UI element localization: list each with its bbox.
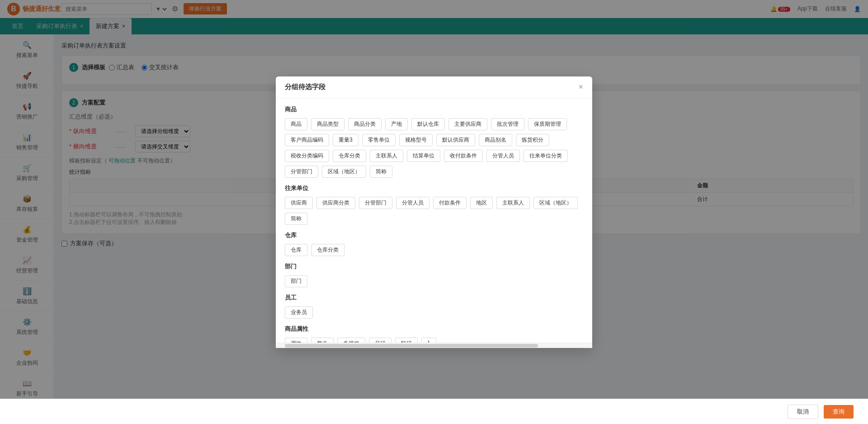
modal-footer: 取消 查询	[0, 399, 868, 424]
field-chip-0-13[interactable]: 商品别名	[479, 134, 512, 146]
field-chip-1-4[interactable]: 付款条件	[433, 197, 467, 209]
field-chip-0-20[interactable]: 分管人员	[486, 150, 520, 162]
field-chip-3-0[interactable]: 部门	[285, 275, 307, 287]
field-chip-5-1[interactable]: 颜色	[311, 338, 334, 343]
field-chip-2-0[interactable]: 仓库	[285, 244, 307, 256]
field-chips-2: 仓库仓库分类	[285, 244, 583, 256]
field-chip-1-7[interactable]: 区域（地区）	[533, 197, 578, 209]
field-section-0: 商品	[285, 105, 583, 114]
field-chip-0-9[interactable]: 重量3	[333, 134, 359, 146]
field-chips-0: 商品商品类型商品分类产地默认仓库主要供应商批次管理保质期管理客户商品编码重量3零…	[285, 118, 583, 178]
field-chips-4: 业务员	[285, 306, 583, 319]
confirm-button[interactable]: 查询	[824, 405, 854, 419]
field-chip-0-6[interactable]: 批次管理	[491, 118, 524, 130]
field-chip-0-2[interactable]: 商品分类	[348, 118, 382, 130]
field-chip-0-5[interactable]: 主要供应商	[448, 118, 487, 130]
field-chip-0-15[interactable]: 税收分类编码	[285, 150, 329, 162]
field-chip-0-7[interactable]: 保质期管理	[528, 118, 567, 130]
field-chip-4-0[interactable]: 业务员	[285, 306, 313, 319]
field-chip-1-8[interactable]: 简称	[285, 213, 307, 225]
horizontal-scrollbar	[276, 343, 592, 348]
field-section-5: 商品属性	[285, 325, 583, 333]
modal-title: 分组待选字段	[285, 83, 326, 91]
field-chip-0-19[interactable]: 收付款条件	[444, 150, 483, 162]
field-chip-5-0[interactable]: 属性	[285, 338, 307, 343]
field-chip-0-10[interactable]: 零售单位	[362, 134, 396, 146]
field-chip-0-11[interactable]: 规格型号	[399, 134, 433, 146]
field-chip-0-8[interactable]: 客户商品编码	[285, 134, 329, 146]
field-section-2: 仓库	[285, 231, 583, 239]
field-chip-1-0[interactable]: 供应商	[285, 197, 313, 209]
field-chip-0-17[interactable]: 主联系人	[370, 150, 403, 162]
field-chip-0-14[interactable]: 炼货积分	[516, 134, 549, 146]
field-chip-1-5[interactable]: 地区	[470, 197, 493, 209]
field-chip-0-0[interactable]: 商品	[285, 118, 307, 130]
field-chip-1-2[interactable]: 分管部门	[359, 197, 392, 209]
field-chip-0-1[interactable]: 商品类型	[311, 118, 344, 130]
field-chip-5-2[interactable]: 多规格	[337, 338, 365, 343]
field-chip-0-18[interactable]: 结算单位	[407, 150, 440, 162]
field-chip-0-16[interactable]: 仓库分类	[333, 150, 366, 162]
field-chip-0-24[interactable]: 简称	[370, 166, 392, 178]
field-chips-3: 部门	[285, 275, 583, 287]
field-chip-2-1[interactable]: 仓库分类	[311, 244, 344, 256]
horizontal-scroll-thumb	[285, 344, 538, 348]
field-select-modal: 分组待选字段 × 商品商品商品类型商品分类产地默认仓库主要供应商批次管理保质期管…	[276, 76, 592, 348]
field-chip-5-3[interactable]: 尺码	[369, 338, 392, 343]
field-chip-0-4[interactable]: 默认仓库	[411, 118, 445, 130]
modal-overlay: 分组待选字段 × 商品商品商品类型商品分类产地默认仓库主要供应商批次管理保质期管…	[0, 0, 868, 424]
modal-body: 商品商品商品类型商品分类产地默认仓库主要供应商批次管理保质期管理客户商品编码重量…	[276, 98, 592, 343]
field-chip-1-3[interactable]: 分管人员	[396, 197, 429, 209]
field-chip-5-4[interactable]: 鞋码	[395, 338, 418, 343]
field-chip-1-6[interactable]: 主联系人	[496, 197, 530, 209]
field-section-1: 往来单位	[285, 184, 583, 192]
field-chip-0-12[interactable]: 默认供应商	[436, 134, 475, 146]
cancel-button[interactable]: 取消	[788, 405, 818, 419]
field-chip-0-23[interactable]: 区域（地区）	[322, 166, 366, 178]
field-chip-0-21[interactable]: 往来单位分类	[524, 150, 568, 162]
field-chip-0-3[interactable]: 产地	[385, 118, 408, 130]
field-chips-1: 供应商供应商分类分管部门分管人员付款条件地区主联系人区域（地区）简称	[285, 197, 583, 225]
field-section-3: 部门	[285, 262, 583, 271]
modal-close-btn[interactable]: ×	[578, 83, 583, 91]
field-section-4: 员工	[285, 294, 583, 302]
field-chip-5-5[interactable]: 1	[421, 338, 436, 343]
field-chips-5: 属性颜色多规格尺码鞋码1	[285, 338, 583, 343]
field-chip-0-22[interactable]: 分管部门	[285, 166, 318, 178]
field-chip-1-1[interactable]: 供应商分类	[316, 197, 355, 209]
modal-header: 分组待选字段 ×	[276, 76, 592, 98]
